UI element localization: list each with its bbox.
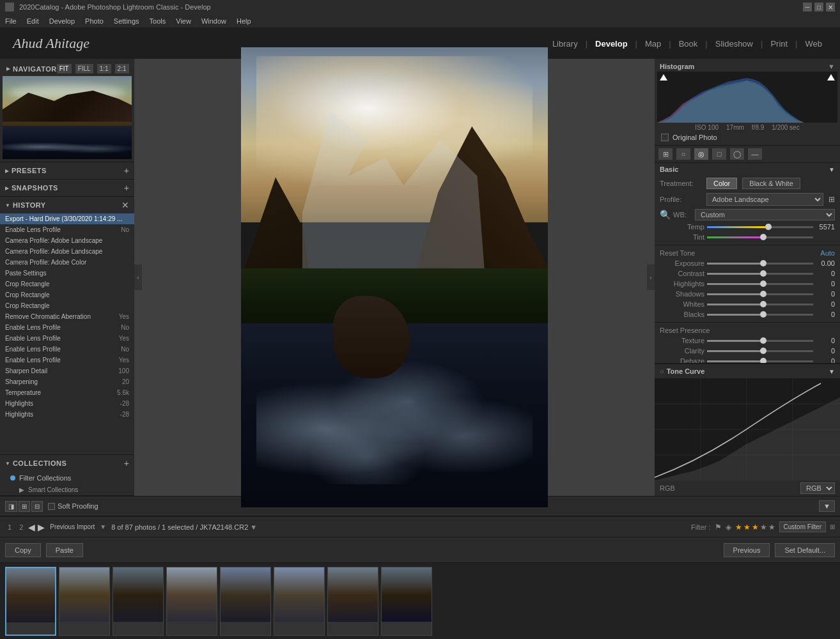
soft-proofing-toggle[interactable]: Soft Proofing	[48, 502, 98, 510]
minimize-button[interactable]: ─	[803, 3, 812, 12]
zoom-fill[interactable]: FILL	[75, 64, 93, 73]
histogram-expand-icon[interactable]: ▼	[828, 63, 835, 70]
nav-web[interactable]: Web	[800, 36, 828, 51]
history-item[interactable]: Paste Settings	[0, 268, 134, 279]
filmstrip-thumb[interactable]	[113, 567, 164, 636]
auto-button[interactable]: Auto	[820, 249, 835, 257]
main-photo[interactable]	[241, 47, 548, 507]
menu-photo[interactable]: Photo	[85, 17, 104, 25]
profile-select[interactable]: Adobe Landscape	[706, 193, 823, 206]
dehaze-slider[interactable]	[707, 360, 813, 362]
graduated-filter-tool[interactable]: □	[712, 148, 726, 160]
menu-develop[interactable]: Develop	[49, 17, 75, 25]
zoom-fit[interactable]: FIT	[57, 64, 72, 73]
history-item[interactable]: Highlights-28	[0, 398, 134, 409]
history-item[interactable]: Crop Rectangle	[0, 289, 134, 300]
filter-flag-icon[interactable]: ⚑	[715, 523, 722, 532]
clarity-slider[interactable]	[707, 350, 813, 352]
shadows-slider[interactable]	[707, 293, 813, 295]
filmstrip-thumb[interactable]	[59, 567, 110, 636]
history-item[interactable]: Highlights-28	[0, 409, 134, 418]
previous-button[interactable]: Previous	[724, 543, 770, 557]
nav-book[interactable]: Book	[674, 36, 703, 51]
star-3[interactable]: ★	[752, 523, 759, 532]
radial-filter-tool[interactable]: ◯	[730, 148, 744, 160]
history-item[interactable]: Sharpen Detail100	[0, 366, 134, 376]
paste-button[interactable]: Paste	[46, 543, 83, 557]
smart-collections-item[interactable]: ▶ Smart Collections	[0, 484, 134, 495]
next-photo-button[interactable]: ▶	[38, 522, 45, 532]
nav-print[interactable]: Print	[765, 36, 793, 51]
wb-select[interactable]: Custom	[695, 209, 835, 220]
history-item[interactable]: Camera Profile: Adobe Landscape	[0, 246, 134, 257]
nav-slideshow[interactable]: Slideshow	[710, 36, 758, 51]
prev-photo-button[interactable]: ◀	[28, 522, 35, 532]
nav-map[interactable]: Map	[640, 36, 666, 51]
add-preset-button[interactable]: +	[124, 166, 129, 176]
crop-tool[interactable]: ⊞	[658, 148, 673, 160]
filter-color-icon[interactable]: ◈	[726, 523, 731, 532]
navigator-header[interactable]: ▶ Navigator FIT FILL 1:1 2:1	[3, 61, 132, 76]
nav-develop[interactable]: Develop	[590, 36, 633, 51]
maximize-button[interactable]: □	[814, 3, 823, 12]
tint-slider[interactable]	[707, 236, 813, 238]
custom-filter-button[interactable]: Custom Filter	[779, 521, 826, 532]
star-5[interactable]: ★	[768, 523, 775, 532]
add-collection-button[interactable]: +	[124, 458, 129, 468]
filmstrip-thumb[interactable]	[220, 567, 271, 636]
history-item[interactable]: Crop Rectangle	[0, 300, 134, 311]
menu-file[interactable]: File	[5, 17, 17, 25]
adjustment-brush-tool[interactable]: —	[748, 148, 762, 160]
presets-header[interactable]: ▶ Presets +	[0, 162, 134, 179]
set-default-button[interactable]: Set Default...	[775, 543, 835, 557]
file-dropdown[interactable]: ▼	[250, 523, 257, 531]
history-header[interactable]: ▼ History ✕	[0, 197, 134, 213]
dropdown-icon[interactable]: ▼	[100, 523, 106, 530]
collapse-left-panel-button[interactable]: ‹	[134, 265, 142, 290]
history-item[interactable]: Enable Lens ProfileYes	[0, 333, 134, 344]
color-treatment-button[interactable]: Color	[706, 178, 737, 189]
filmstrip-thumb[interactable]	[327, 567, 378, 636]
history-item[interactable]: Enable Lens ProfileNo	[0, 224, 134, 235]
history-item[interactable]: Crop Rectangle	[0, 279, 134, 289]
window-controls[interactable]: ─ □ ✕	[803, 3, 835, 12]
filmstrip-thumb[interactable]	[274, 567, 325, 636]
snapshots-header[interactable]: ▶ Snapshots +	[0, 180, 134, 196]
history-item[interactable]: Sharpening20	[0, 376, 134, 387]
history-item[interactable]: Export - Hard Drive (3/30/2020 1:14:29 .…	[0, 213, 134, 224]
view-mode-2[interactable]: 2	[17, 522, 26, 532]
history-item[interactable]: Remove Chromatic AberrationYes	[0, 311, 134, 322]
star-2[interactable]: ★	[743, 523, 751, 532]
texture-slider[interactable]	[707, 340, 813, 342]
profile-grid-icon[interactable]: ⊞	[828, 195, 835, 204]
temp-slider[interactable]	[707, 226, 813, 228]
menu-edit[interactable]: Edit	[27, 17, 39, 25]
collapse-right-panel-button[interactable]: ›	[647, 265, 655, 290]
channel-select[interactable]: RGB	[800, 482, 835, 494]
red-eye-tool[interactable]: ◎	[694, 148, 708, 160]
tone-curve-header[interactable]: ○ Tone Curve ▼	[655, 364, 840, 378]
zoom-1to1[interactable]: 1:1	[97, 64, 111, 73]
compare-view-button[interactable]: ⊞	[19, 501, 30, 512]
menu-help[interactable]: Help	[237, 17, 251, 25]
original-photo-checkbox[interactable]	[661, 134, 669, 141]
exposure-slider[interactable]	[707, 263, 813, 265]
nav-library[interactable]: Library	[547, 36, 583, 51]
filmstrip-thumb[interactable]	[166, 567, 217, 636]
soft-proofing-checkbox[interactable]	[48, 503, 55, 510]
menu-window[interactable]: Window	[201, 17, 226, 25]
blacks-slider[interactable]	[707, 314, 813, 316]
whites-slider[interactable]	[707, 304, 813, 305]
eyedropper-icon[interactable]: 🔍	[660, 210, 671, 220]
close-button[interactable]: ✕	[826, 3, 835, 12]
star-4[interactable]: ★	[760, 523, 767, 532]
history-item[interactable]: Camera Profile: Adobe Color	[0, 257, 134, 268]
options-button[interactable]: ▼	[819, 500, 835, 512]
highlights-slider[interactable]	[707, 283, 813, 285]
zoom-2to1[interactable]: 2:1	[115, 64, 129, 73]
copy-button[interactable]: Copy	[5, 543, 41, 557]
menu-tools[interactable]: Tools	[150, 17, 166, 25]
view-mode-1[interactable]: 1	[5, 522, 14, 532]
bw-treatment-button[interactable]: Black & White	[742, 178, 800, 189]
collections-header[interactable]: ▼ Collections +	[0, 455, 134, 472]
